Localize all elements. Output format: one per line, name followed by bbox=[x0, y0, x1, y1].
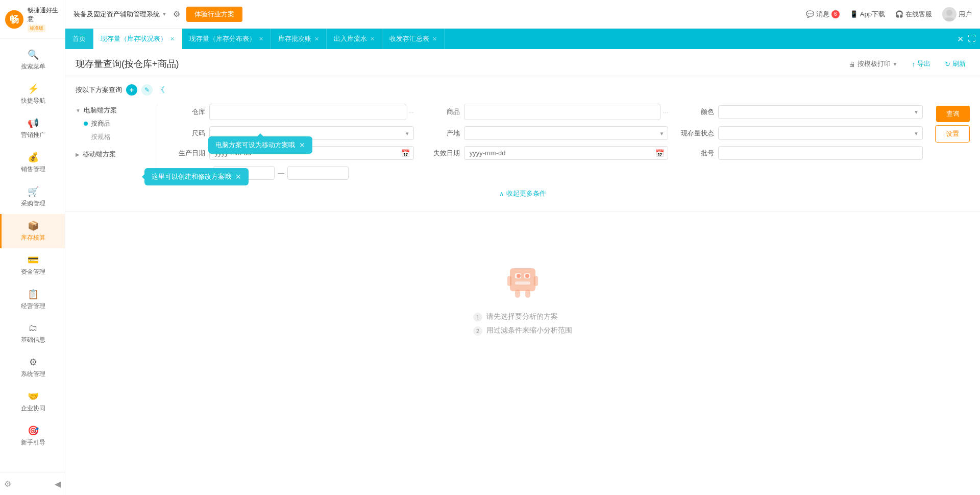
tab-inventory-status[interactable]: 现存量（库存状况表） ✕ bbox=[93, 29, 182, 49]
batch-input[interactable] bbox=[718, 146, 923, 160]
finance-icon: 💳 bbox=[28, 254, 39, 266]
scheme-mobile[interactable]: ▶ 移动端方案 bbox=[76, 148, 149, 161]
stock-qty-max-input[interactable] bbox=[287, 166, 349, 180]
origin-select[interactable] bbox=[464, 126, 669, 140]
filter-back-btn[interactable]: 《 bbox=[157, 85, 165, 96]
sidebar-item-guide[interactable]: 🎯 新手引导 bbox=[0, 419, 65, 453]
warehouse-dots[interactable]: ··· bbox=[408, 108, 414, 116]
tab-inout-flow[interactable]: 出入库流水 ✕ bbox=[327, 29, 382, 49]
filter-edit-btn[interactable]: ✎ bbox=[141, 84, 153, 96]
filter-label: 按以下方案查询 bbox=[76, 85, 122, 95]
tab-home[interactable]: 首页 bbox=[65, 29, 93, 49]
industry-btn[interactable]: 体验行业方案 bbox=[186, 7, 242, 22]
scheme-by-goods-label: 按商品 bbox=[91, 119, 111, 128]
tab-close-all-btn[interactable]: ✕ bbox=[957, 34, 964, 44]
expire-date-input[interactable] bbox=[464, 146, 669, 160]
scheme-by-goods[interactable]: 按商品 bbox=[84, 117, 149, 130]
sidebar-item-operation[interactable]: 📋 经营管理 bbox=[0, 282, 65, 317]
tab-collect-summary-label: 收发存汇总表 bbox=[389, 34, 429, 43]
search-btn-group: 查询 设置 bbox=[935, 104, 970, 184]
empty-steps-list: 1 请先选择要分析的方案 2 用过滤条件来缩小分析范围 bbox=[473, 312, 572, 340]
stock-status-select[interactable] bbox=[718, 126, 923, 140]
scheme-mobile-label: 移动端方案 bbox=[83, 150, 116, 159]
goods-input[interactable] bbox=[464, 104, 661, 120]
sidebar-item-search-label: 搜索菜单 bbox=[21, 62, 45, 71]
main-content: 现存量查询(按仓库+商品) 🖨 按模板打印 ▼ ↑ 导出 ↻ 刷新 bbox=[65, 49, 980, 495]
tab-inventory-status-close[interactable]: ✕ bbox=[170, 36, 175, 42]
export-btn[interactable]: ↑ 导出 bbox=[908, 57, 935, 70]
svg-point-10 bbox=[517, 274, 521, 278]
header-left: 装备及固定资产辅助管理系统 ▼ ⚙ 体验行业方案 bbox=[74, 7, 242, 22]
produce-date-calendar-icon[interactable]: 📅 bbox=[401, 149, 410, 157]
sidebar-item-guide-label: 新手引导 bbox=[21, 438, 45, 447]
tooltip-scheme-mobile-text: 电脑方案可设为移动方案哦 bbox=[215, 140, 295, 150]
tooltip-scheme-mobile-close[interactable]: ✕ bbox=[299, 141, 305, 149]
stock-qty-range: — bbox=[213, 166, 923, 180]
filter-add-btn[interactable]: + bbox=[126, 84, 137, 96]
filter-warehouse: 仓库 ··· bbox=[169, 104, 414, 120]
filter-expire-date: 失效日期 📅 bbox=[424, 146, 669, 160]
collapse-bar[interactable]: ∧ 收起更多条件 bbox=[76, 184, 970, 203]
online-support-label: 在线客服 bbox=[905, 10, 932, 19]
color-select[interactable] bbox=[718, 105, 923, 119]
filter-section: 按以下方案查询 + ✎ 《 电脑方案可设为移动方案哦 ✕ 这里可以创建和修改方案… bbox=[65, 76, 980, 212]
tab-collect-summary-close[interactable]: ✕ bbox=[432, 36, 437, 42]
page-actions: 🖨 按模板打印 ▼ ↑ 导出 ↻ 刷新 bbox=[845, 57, 970, 70]
sidebar-item-quick-nav[interactable]: ⚡ 快捷导航 bbox=[0, 77, 65, 111]
sidebar-item-purchase[interactable]: 🛒 采购管理 bbox=[0, 180, 65, 214]
goods-dots[interactable]: ··· bbox=[663, 108, 668, 116]
sidebar-item-system[interactable]: ⚙ 系统管理 bbox=[0, 350, 65, 385]
print-dropdown-icon: ▼ bbox=[893, 61, 898, 67]
sidebar-item-quick-nav-label: 快捷导航 bbox=[21, 97, 45, 105]
scheme-desktop[interactable]: ▼ 电脑端方案 bbox=[76, 104, 149, 117]
sidebar-item-enterprise[interactable]: 🤝 企业协同 bbox=[0, 385, 65, 419]
search-btn[interactable]: 查询 bbox=[936, 106, 970, 122]
reset-btn[interactable]: 设置 bbox=[935, 125, 970, 143]
tab-collect-summary[interactable]: 收发存汇总表 ✕ bbox=[382, 29, 445, 49]
marketing-icon: 📢 bbox=[28, 117, 39, 129]
tooltip-scheme-create-close[interactable]: ✕ bbox=[235, 173, 241, 181]
sidebar-settings-btn[interactable]: ⚙ bbox=[4, 479, 11, 489]
sidebar-item-search[interactable]: 🔍 搜索菜单 bbox=[0, 43, 65, 77]
logo-icon: 畅 bbox=[5, 10, 23, 29]
batch-label: 批号 bbox=[678, 149, 714, 158]
sidebar-item-purchase-label: 采购管理 bbox=[21, 199, 45, 208]
empty-illustration bbox=[497, 253, 548, 304]
scheme-by-spec-label: 按规格 bbox=[84, 132, 111, 142]
sidebar-item-finance-label: 资金管理 bbox=[21, 268, 45, 276]
tab-inventory-dist-close[interactable]: ✕ bbox=[259, 36, 263, 42]
tab-batch-account[interactable]: 库存批次账 ✕ bbox=[271, 29, 327, 49]
tab-inout-flow-close[interactable]: ✕ bbox=[370, 36, 375, 42]
tooltip-scheme-create: 这里可以创建和修改方案哦 ✕ bbox=[144, 168, 249, 185]
messages-action[interactable]: 💬 消息 6 bbox=[806, 10, 840, 19]
inventory-icon: 📦 bbox=[28, 220, 39, 231]
stock-status-label: 现存量状态 bbox=[678, 129, 714, 138]
system-name-select[interactable]: 装备及固定资产辅助管理系统 ▼ bbox=[74, 10, 167, 19]
header-gear-icon[interactable]: ⚙ bbox=[173, 9, 180, 19]
expire-date-calendar-icon[interactable]: 📅 bbox=[655, 149, 664, 157]
print-btn[interactable]: 🖨 按模板打印 ▼ bbox=[845, 57, 902, 70]
sidebar-item-system-label: 系统管理 bbox=[21, 370, 45, 379]
warehouse-input[interactable] bbox=[209, 104, 406, 120]
sidebar-collapse-btn[interactable]: ◀ bbox=[55, 479, 61, 489]
svg-point-11 bbox=[525, 274, 529, 278]
sidebar-item-sales[interactable]: 💰 销售管理 bbox=[0, 146, 65, 180]
scheme-by-spec[interactable]: 按规格 bbox=[84, 130, 149, 144]
online-support-action[interactable]: 🎧 在线客服 bbox=[895, 10, 932, 19]
app-download-action[interactable]: 📱 App下载 bbox=[850, 10, 885, 19]
tab-inout-flow-label: 出入库流水 bbox=[334, 34, 367, 43]
sidebar-item-marketing[interactable]: 📢 营销推广 bbox=[0, 111, 65, 146]
operation-icon: 📋 bbox=[28, 289, 39, 300]
scheme-desktop-label: 电脑端方案 bbox=[84, 106, 117, 115]
tab-inventory-dist-label: 现存量（库存分布表） bbox=[189, 34, 256, 43]
tab-inventory-dist[interactable]: 现存量（库存分布表） ✕ bbox=[182, 29, 271, 49]
sidebar-item-basic[interactable]: 🗂 基础信息 bbox=[0, 317, 65, 350]
message-badge: 6 bbox=[831, 10, 840, 18]
sidebar-item-finance[interactable]: 💳 资金管理 bbox=[0, 248, 65, 282]
produce-date-label: 生产日期 bbox=[169, 149, 205, 158]
tab-batch-account-close[interactable]: ✕ bbox=[314, 36, 319, 42]
refresh-btn[interactable]: ↻ 刷新 bbox=[941, 57, 970, 70]
user-action[interactable]: 用户 bbox=[942, 7, 972, 21]
sidebar-item-inventory[interactable]: 📦 库存核算 bbox=[0, 214, 65, 248]
tab-maximize-btn[interactable]: ⛶ bbox=[968, 34, 976, 43]
